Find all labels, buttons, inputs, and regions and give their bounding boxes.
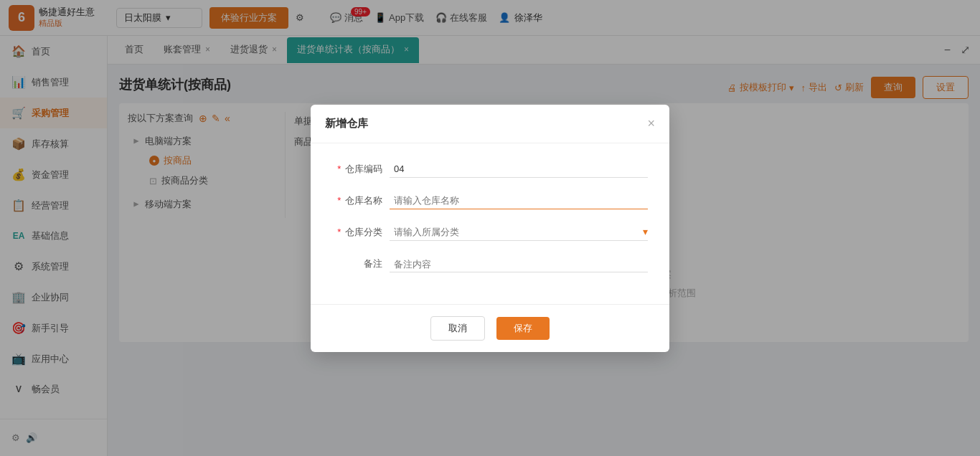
save-btn[interactable]: 保存	[496, 317, 550, 340]
add-warehouse-dialog: 新增仓库 × * 仓库编码 * 仓库名称	[311, 105, 669, 352]
category-input[interactable]	[390, 224, 643, 240]
dialog-header: 新增仓库 ×	[311, 105, 669, 143]
category-label: * 仓库分类	[332, 226, 390, 239]
code-input[interactable]	[390, 161, 648, 178]
dialog-title: 新增仓库	[325, 117, 368, 130]
cancel-btn[interactable]: 取消	[430, 316, 485, 341]
modal-overlay: 新增仓库 × * 仓库编码 * 仓库名称	[0, 0, 980, 456]
category-select-wrapper: ▾	[390, 224, 648, 241]
dialog-footer: 取消 保存	[311, 304, 669, 352]
dialog-body: * 仓库编码 * 仓库名称 * 仓库分类	[311, 143, 669, 304]
name-label: * 仓库名称	[332, 194, 390, 207]
note-label: 备注	[332, 257, 390, 270]
form-row-note: 备注	[332, 255, 648, 272]
name-input[interactable]	[390, 192, 648, 209]
code-label: * 仓库编码	[332, 163, 390, 176]
note-textarea[interactable]	[390, 255, 648, 272]
category-arrow-icon[interactable]: ▾	[643, 226, 648, 237]
dialog-close-btn[interactable]: ×	[647, 116, 655, 131]
form-row-category: * 仓库分类 ▾	[332, 224, 648, 241]
form-row-name: * 仓库名称	[332, 192, 648, 209]
form-row-code: * 仓库编码	[332, 161, 648, 178]
